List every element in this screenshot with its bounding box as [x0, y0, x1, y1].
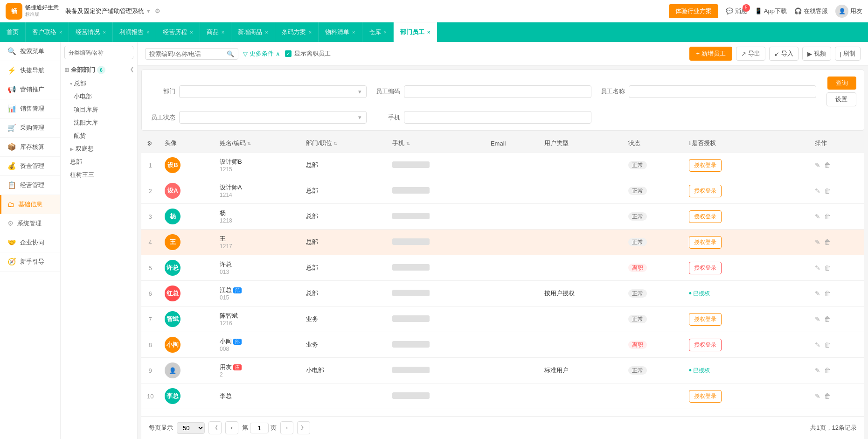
next-page-button[interactable]: › [280, 421, 293, 434]
nav-purchase[interactable]: 🛒 采购管理 [0, 118, 60, 138]
delete-icon[interactable]: 🗑 [824, 187, 831, 195]
dept-item-shuangtingxiang[interactable]: ▶ 双庭想 [61, 142, 137, 155]
emp-name-text-input[interactable] [634, 88, 811, 95]
edit-icon[interactable]: ✎ [815, 367, 820, 374]
online-service-button[interactable]: 🎧 在线客服 [794, 7, 828, 15]
tab-department[interactable]: 部门员工× [394, 22, 437, 42]
tab-history[interactable]: 经营历程× [156, 22, 200, 42]
dept-item-shenyang[interactable]: 沈阳大库 [61, 116, 137, 129]
title-dropdown-icon[interactable]: ▾ [147, 7, 150, 14]
filter-search-input[interactable] [149, 50, 224, 57]
emp-name-input[interactable] [629, 85, 816, 98]
nav-guide[interactable]: 🧭 新手引导 [0, 252, 60, 272]
dept-item-zongbu[interactable]: ▾ 总部 [61, 77, 137, 90]
emp-status-select[interactable]: ▾ [179, 111, 367, 124]
tab-barcode[interactable]: 条码方案× [275, 22, 319, 42]
search-button[interactable]: 查询 [827, 77, 856, 90]
collapse-arrow-icon[interactable]: 《 [127, 66, 133, 74]
dept-item-xiaodianbu[interactable]: 小电部 [61, 90, 137, 103]
delete-icon[interactable]: 🗑 [824, 238, 831, 246]
phone-input[interactable] [404, 111, 591, 124]
settings-icon[interactable]: ⚙ [155, 7, 160, 14]
edit-icon[interactable]: ✎ [815, 290, 820, 297]
delete-icon[interactable]: 🗑 [824, 264, 831, 272]
tab-warehouse[interactable]: 仓库× [362, 22, 394, 42]
edit-icon[interactable]: ✎ [815, 161, 820, 169]
dept-select[interactable]: ▾ [179, 85, 367, 98]
col-status-cell: 离职 [623, 332, 683, 358]
edit-icon[interactable]: ✎ [815, 264, 820, 272]
user-menu[interactable]: 👤 用友 [835, 5, 862, 18]
auth-login-button[interactable]: 授权登录 [689, 262, 722, 274]
col-name[interactable]: 姓名/编码 ⇅ [214, 134, 300, 153]
emp-code-input[interactable] [404, 85, 591, 98]
export-button[interactable]: ↗ 导出 [736, 47, 765, 61]
nav-finance[interactable]: 💰 资金管理 [0, 157, 60, 176]
first-page-button[interactable]: 《 [208, 421, 222, 434]
delete-icon[interactable]: 🗑 [824, 315, 831, 323]
edit-icon[interactable]: ✎ [815, 187, 820, 195]
nav-shortcut[interactable]: ⚡ 快捷导航 [0, 61, 60, 80]
col-gear[interactable]: ⚙ [141, 134, 159, 153]
auth-login-button[interactable]: 授权登录 [689, 236, 722, 249]
delete-icon[interactable]: 🗑 [824, 161, 831, 169]
auth-login-button[interactable]: 授权登录 [689, 210, 722, 223]
col-phone[interactable]: 手机 ⇅ [387, 134, 485, 153]
tab-bom[interactable]: 物料清单× [319, 22, 362, 42]
nav-search[interactable]: 🔍 搜索菜单 [0, 42, 60, 61]
phone-text-input[interactable] [409, 114, 586, 121]
delete-icon[interactable]: 🗑 [824, 213, 831, 220]
dept-item-zongbu2[interactable]: 总部 [61, 155, 137, 168]
tab-profit[interactable]: 利润报告× [113, 22, 156, 42]
import-button[interactable]: ↙ 导入 [769, 47, 799, 61]
emp-code-text-input[interactable] [409, 88, 586, 95]
view-button[interactable]: ▶ 视频 [802, 47, 831, 61]
delete-icon[interactable]: 🗑 [824, 392, 831, 400]
message-button[interactable]: 💬 消息 5 [726, 7, 747, 15]
nav-marketing[interactable]: 📢 营销推广 [0, 80, 60, 99]
more-button[interactable]: | 刷制 [835, 47, 861, 61]
tab-operations[interactable]: 经营情况× [69, 22, 112, 42]
filter-search-box[interactable]: 🔍 [145, 48, 238, 60]
nav-system[interactable]: ⚙ 系统管理 [0, 214, 60, 233]
current-page-input[interactable] [250, 423, 269, 433]
tab-add-goods[interactable]: 新增商品× [231, 22, 275, 42]
last-page-button[interactable]: 》 [297, 421, 310, 434]
reset-button[interactable]: 设置 [826, 92, 856, 106]
nav-operations-mgmt[interactable]: 📋 经营管理 [0, 176, 60, 195]
tab-customer[interactable]: 客户联络× [26, 22, 69, 42]
prev-page-button[interactable]: ‹ [225, 421, 238, 434]
edit-icon[interactable]: ✎ [815, 392, 820, 400]
delete-icon[interactable]: 🗑 [824, 367, 831, 374]
nav-enterprise[interactable]: 🤝 企业协同 [0, 233, 60, 252]
auth-login-button[interactable]: 授权登录 [689, 313, 722, 326]
edit-icon[interactable]: ✎ [815, 238, 820, 246]
dept-search-input[interactable] [69, 49, 138, 56]
more-filters-button[interactable]: ▽ 更多条件 ∧ [243, 49, 280, 58]
auth-login-button[interactable]: 授权登录 [689, 390, 722, 403]
auth-login-button[interactable]: 授权登录 [689, 159, 722, 172]
show-resigned-checkbox[interactable]: ✓ 显示离职员工 [285, 49, 331, 58]
dept-item-xiangmu[interactable]: 项目库房 [61, 103, 137, 116]
delete-icon[interactable]: 🗑 [824, 290, 831, 297]
nav-basic-info[interactable]: 🗂 基础信息 [0, 195, 60, 214]
auth-login-button[interactable]: 授权登录 [689, 339, 722, 351]
dept-item-zhishu[interactable]: 植树王三 [61, 168, 137, 181]
delete-icon[interactable]: 🗑 [824, 341, 831, 348]
tab-goods[interactable]: 商品× [200, 22, 231, 42]
dept-all-header[interactable]: ⊞ 全部部门 6 《 [61, 63, 137, 77]
nav-inventory[interactable]: 📦 库存核算 [0, 138, 60, 157]
nav-sales[interactable]: 📊 销售管理 [0, 99, 60, 118]
auth-login-button[interactable]: 授权登录 [689, 185, 722, 197]
app-download-button[interactable]: 📱 App下载 [755, 7, 787, 15]
edit-icon[interactable]: ✎ [815, 341, 820, 348]
dept-search[interactable]: 🔍 [64, 46, 133, 59]
page-size-select[interactable]: 50 20 100 [177, 422, 205, 434]
trial-button[interactable]: 体验行业方案 [669, 4, 718, 18]
tab-home[interactable]: 首页 [0, 22, 26, 42]
dept-item-peihuo[interactable]: 配货 [61, 129, 137, 142]
col-dept[interactable]: 部门/职位 ⇅ [300, 134, 387, 153]
edit-icon[interactable]: ✎ [815, 213, 820, 220]
add-employee-button[interactable]: + 新增员工 [689, 47, 732, 61]
edit-icon[interactable]: ✎ [815, 315, 820, 323]
